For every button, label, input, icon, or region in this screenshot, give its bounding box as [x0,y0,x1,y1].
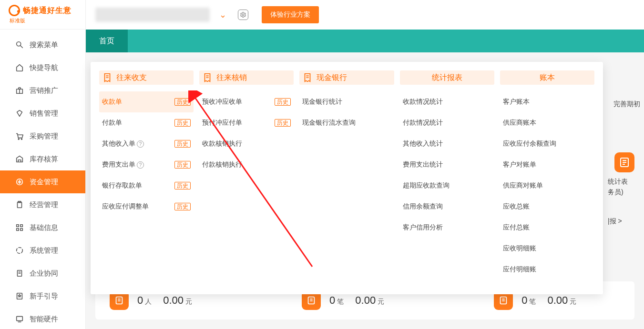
history-tag[interactable]: 历史 [174,98,191,106]
chevron-down-icon[interactable]: ⌄ [219,10,226,20]
sidebar-item-warehouse[interactable]: 库存核算 [0,148,85,170]
mega-column-title: 往来核销 [216,73,247,83]
brand-edition: 标准版 [10,17,85,24]
grid-icon [15,223,24,232]
mega-menu-item[interactable]: 其他收入单?历史 [99,133,194,154]
sidebar-item-label: 企业协同 [30,269,58,278]
mega-item-label: 付款单 [102,119,122,127]
history-tag[interactable]: 历史 [174,203,191,210]
mega-column: 现金银行现金银行统计现金银行流水查询 [297,70,396,280]
mega-menu-item[interactable]: 费用支出单?历史 [99,154,194,175]
mega-menu-item[interactable]: 供应商账本 [500,112,594,133]
history-tag[interactable]: 历史 [174,119,191,127]
mega-item-label: 供应商账本 [503,119,536,127]
mega-menu-item[interactable]: 供应商对账单 [500,175,594,196]
mega-item-label: 其他收入单? [102,140,144,148]
sidebar-item-diamond[interactable]: 销售管理 [0,102,85,125]
sidebar-item-home[interactable]: 快捷导航 [0,56,85,79]
mega-item-label: 预付冲应付单 [202,119,242,127]
sidebar-item-loader[interactable]: 系统管理 [0,239,85,262]
gift-icon [15,86,24,95]
mega-menu-item[interactable]: 付款情况统计 [400,112,494,133]
peek-line-3[interactable]: |报 > [608,216,644,226]
history-tag[interactable]: 历史 [275,98,291,106]
help-icon[interactable]: ? [137,161,144,169]
mega-item-label: 供应商对账单 [503,181,543,190]
finance-mega-menu: 往来收支收款单历史付款单历史其他收入单?历史费用支出单?历史银行存取款单历史应收… [91,62,603,294]
search-icon [15,40,24,49]
sidebar-item-money[interactable]: 资金管理 [0,170,85,193]
mega-menu-item[interactable]: 费用支出统计 [400,154,494,175]
org-selector-blurred[interactable] [95,8,210,22]
mega-menu-item[interactable]: 应收应付调整单历史 [99,196,194,217]
industry-plan-button[interactable]: 体验行业方案 [262,6,319,23]
sidebar-item-grid[interactable]: 基础信息 [0,216,85,239]
sidebar-item-clipboard[interactable]: 经营管理 [0,193,85,216]
mega-menu-item[interactable]: 其他收入统计 [400,133,494,154]
mega-item-label: 费用支出统计 [403,160,443,169]
svg-rect-9 [17,225,19,227]
stat-amount-unit: 元 [378,298,384,306]
mega-item-label: 其他收入统计 [403,140,443,148]
mega-menu-item[interactable]: 银行存取款单历史 [99,175,194,196]
mega-menu-item[interactable]: 预付冲应付单历史 [199,112,294,133]
help-icon[interactable]: ? [137,140,144,148]
mega-item-label: 信用余额查询 [403,202,443,211]
mega-menu-item[interactable]: 应收应付余额查询 [500,133,594,154]
history-tag[interactable]: 历史 [174,140,191,148]
sidebar-item-gift[interactable]: 营销推广 [0,79,85,102]
sidebar-item-search[interactable]: 搜索菜单 [0,33,85,56]
peek-line-2: 务员) [608,187,644,197]
sidebar-item-doc[interactable]: 企业协同 [0,262,85,285]
mega-menu-item[interactable]: 付款核销执行 [199,154,294,175]
sidebar-item-cart[interactable]: 采购管理 [0,125,85,148]
mega-menu-item[interactable]: 预收冲应收单历史 [199,91,294,112]
history-tag[interactable]: 历史 [174,161,191,169]
sidebar-item-label: 资金管理 [30,178,58,187]
svg-rect-7 [18,202,22,208]
mega-menu-item[interactable]: 客户信用分析 [400,217,494,238]
mega-item-label: 费用支出单? [102,160,144,169]
mega-item-label: 应付总账 [503,223,530,232]
mega-menu-item[interactable]: 应收总账 [500,196,594,217]
mega-menu-item[interactable]: 应付明细账 [500,259,594,280]
warehouse-icon [15,155,24,163]
tv-icon [15,315,24,323]
mega-menu-item[interactable]: 客户对账单 [500,154,594,175]
stat-count: 0 [521,294,527,307]
mega-column: 往来收支收款单历史付款单历史其他收入单?历史费用支出单?历史银行存取款单历史应收… [97,70,195,280]
cart-icon [15,132,24,140]
tab-home[interactable]: 首页 [86,30,128,52]
mega-menu-item[interactable]: 现金银行流水查询 [299,112,394,133]
sidebar-item-star[interactable]: 新手引导 [0,285,85,308]
mega-menu-item[interactable]: 收款核销执行 [199,133,294,154]
home-icon [15,63,24,72]
mega-menu-item[interactable]: 应收明细账 [500,238,594,259]
mega-menu-item[interactable]: 收款情况统计 [400,91,494,112]
report-icon[interactable] [614,152,634,172]
doc-icon [15,269,24,278]
mega-column-header: 往来收支 [99,70,194,85]
mega-item-label: 客户信用分析 [403,223,443,232]
mega-item-label: 付款情况统计 [403,119,443,127]
mega-item-label: 现金银行流水查询 [302,119,356,127]
mega-menu-item[interactable]: 现金银行统计 [299,91,394,112]
right-peek-panel: 统计表 务员) |报 > [606,62,644,226]
mega-menu-item[interactable]: 收款单历史 [99,91,194,112]
mega-menu-item[interactable]: 超期应收款查询 [400,175,494,196]
brand-name: 畅捷通好生意 [23,6,72,16]
mega-menu-item[interactable]: 信用余额查询 [400,196,494,217]
mega-menu-item[interactable]: 应付总账 [500,217,594,238]
history-tag[interactable]: 历史 [275,119,291,127]
history-tag[interactable]: 历史 [174,182,191,189]
mega-item-label: 预收冲应收单 [202,98,242,106]
mega-menu-item[interactable]: 客户账本 [500,91,594,112]
mega-column-title: 往来收支 [116,73,147,83]
settings-button[interactable] [238,10,248,20]
stat-amount: 0.00 [163,294,184,307]
sidebar-item-tv[interactable]: 智能硬件 [0,308,85,329]
mega-menu-item[interactable]: 付款单历史 [99,112,194,133]
mega-column-header: 往来核销 [199,70,294,85]
svg-point-5 [21,139,22,140]
sidebar-item-label: 基础信息 [30,223,58,232]
